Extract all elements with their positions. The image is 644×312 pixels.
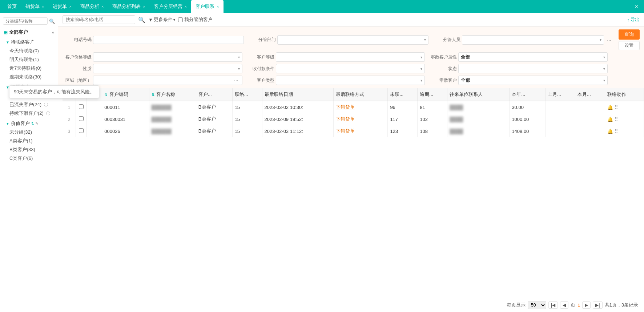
- region-select[interactable]: ···: [93, 76, 242, 85]
- prev-page-button[interactable]: ◀: [560, 301, 568, 309]
- nav-tab-customer-tier[interactable]: 客户分层经营 ×: [150, 0, 191, 13]
- collapse-icon[interactable]: «: [52, 30, 54, 35]
- col-last-date-label: 最后联络日期: [265, 92, 293, 97]
- info-icon-2: ⓘ: [46, 111, 50, 116]
- filter-field-gender: 性质 ▾: [63, 64, 242, 73]
- last-way-link[interactable]: 下销货单: [336, 116, 355, 122]
- sidebar-item-lost[interactable]: 已流失客户(24) ⓘ: [0, 100, 58, 109]
- row-checkbox[interactable]: [79, 116, 84, 121]
- last-way-link[interactable]: 下销货单: [336, 104, 355, 110]
- payment-select[interactable]: ▾: [276, 64, 425, 73]
- sidebar-item-week[interactable]: 近7天待联络(0): [0, 64, 58, 73]
- sidebar-group-value-title[interactable]: ▼ 价值客户 ↻ ✎: [0, 119, 58, 128]
- col-last-way: 最后联络方式: [333, 88, 388, 101]
- sidebar-item-overdue[interactable]: 逾期未联络(30): [0, 73, 58, 81]
- nav-tab-purchase-label: 进货单: [53, 3, 67, 10]
- sidebar-search-icon[interactable]: 🔍: [49, 19, 55, 24]
- settings-button[interactable]: 设置: [619, 41, 640, 50]
- my-customers-check[interactable]: [178, 17, 183, 22]
- contact-icon[interactable]: 🔔: [607, 117, 613, 122]
- nav-tab-customer-tier-close[interactable]: ×: [185, 4, 187, 9]
- nav-tab-analysis-close[interactable]: ×: [101, 4, 104, 9]
- cell-check[interactable]: [76, 101, 86, 113]
- sort-icon-code: ⇅: [104, 93, 107, 97]
- sidebar-root[interactable]: ⊞ 全部客户 «: [0, 28, 58, 37]
- sidebar-item-b-class[interactable]: B类客户(33): [0, 145, 58, 154]
- more-dots-region[interactable]: ···: [233, 77, 240, 83]
- cell-last-month: [546, 101, 575, 113]
- nav-tab-customer-tier-label: 客户分层经营: [154, 3, 182, 10]
- sidebar-item-tomorrow[interactable]: 明天待联络(1): [0, 55, 58, 64]
- sidebar-item-ungrouped[interactable]: 未分组(32): [0, 128, 58, 137]
- status-select[interactable]: ▾: [458, 64, 608, 73]
- cell-contact: 15: [232, 125, 262, 137]
- col-code[interactable]: ⇅ 客户编码: [102, 88, 149, 101]
- query-button[interactable]: 查询: [619, 29, 640, 40]
- customer-type-select[interactable]: ▾: [276, 76, 425, 85]
- filter-search-icon[interactable]: 🔍: [138, 16, 145, 23]
- customer-level-select[interactable]: ▾: [276, 52, 425, 62]
- more-action-icon[interactable]: ⠿: [615, 129, 618, 134]
- filter-row-3: 性质 ▾ 收付款条件 ▾ 状态: [63, 64, 640, 73]
- gender-select[interactable]: ▾: [93, 64, 242, 73]
- first-page-button[interactable]: |◀: [548, 301, 558, 309]
- zero-customer-select[interactable]: 全部 ▾: [458, 76, 608, 85]
- nav-tab-purchase[interactable]: 进货单 ×: [48, 0, 76, 13]
- col-this-year: 本年...: [510, 88, 546, 101]
- next-page-button[interactable]: ▶: [582, 301, 591, 309]
- nav-tab-customer-contact[interactable]: 客户联系 ×: [191, 0, 223, 13]
- refresh-icon[interactable]: ↻: [31, 121, 35, 126]
- nav-tab-analysis-list[interactable]: 商品分析列表 ×: [108, 0, 149, 13]
- cell-overdue: 108: [418, 125, 447, 137]
- payment-label: 收付款条件: [245, 66, 274, 72]
- nav-tab-purchase-close[interactable]: ×: [69, 4, 71, 9]
- zero-attr-select[interactable]: 全部 ▾: [458, 52, 608, 62]
- cell-type: B类客户: [196, 125, 232, 137]
- nav-tab-customer-contact-close[interactable]: ×: [217, 4, 219, 9]
- sidebar-item-a-class[interactable]: A类客户(1): [0, 137, 58, 145]
- manager-select[interactable]: ▾: [462, 35, 604, 45]
- sidebar-group-pending-label: 待联络客户: [11, 39, 35, 45]
- row-checkbox[interactable]: [79, 128, 84, 133]
- nav-tab-analysis-list-close[interactable]: ×: [143, 4, 145, 9]
- cell-check[interactable]: [76, 113, 86, 125]
- chevron-down-icon-gender: ▾: [238, 67, 240, 71]
- more-action-icon[interactable]: ⠿: [615, 117, 618, 122]
- filter-icon: ▼: [148, 17, 153, 23]
- col-name[interactable]: ⇅ 客户名称: [149, 88, 196, 101]
- sidebar-item-c-class[interactable]: C类客户(6): [0, 154, 58, 163]
- nav-home[interactable]: 首页: [3, 3, 21, 10]
- cell-last-way: 下销货单: [333, 113, 388, 125]
- contact-icon[interactable]: 🔔: [607, 105, 613, 110]
- close-all-button[interactable]: ×: [632, 3, 641, 10]
- sidebar-item-today[interactable]: 今天待联络(0): [0, 46, 58, 55]
- more-dots-manager[interactable]: ···: [605, 37, 613, 43]
- cell-action: 🔔 ⠿: [605, 125, 644, 137]
- sidebar-group-pending-title[interactable]: ▼ 待联络客户: [0, 38, 58, 46]
- phone-input[interactable]: [93, 36, 244, 44]
- row-checkbox[interactable]: [79, 104, 84, 109]
- more-action-icon[interactable]: ⠿: [615, 105, 618, 110]
- nav-tab-sales[interactable]: 销货单 ×: [21, 0, 48, 13]
- last-way-link[interactable]: 下销货单: [336, 128, 355, 134]
- contact-icon[interactable]: 🔔: [607, 129, 613, 134]
- sidebar-item-declining[interactable]: 持续下滑客户(2) ⓘ: [0, 109, 58, 118]
- dept-select[interactable]: ▾: [277, 35, 428, 45]
- price-level-select[interactable]: ▾: [93, 52, 242, 62]
- edit-icon[interactable]: ✎: [35, 121, 39, 126]
- cell-check[interactable]: [76, 125, 86, 137]
- search-input[interactable]: [63, 15, 135, 24]
- col-last-month: 上月...: [546, 88, 575, 101]
- last-page-button[interactable]: ▶|: [593, 301, 602, 309]
- nav-tab-analysis[interactable]: 商品分析 ×: [76, 0, 108, 13]
- my-customers-checkbox[interactable]: 我分管的客户: [178, 16, 213, 23]
- export-button[interactable]: ↑ 导出: [627, 16, 640, 23]
- more-conditions-button[interactable]: ▼ 更多条件 ▾: [148, 16, 175, 23]
- col-name-label: 客户名称: [156, 92, 175, 97]
- sidebar-search-input[interactable]: [3, 17, 48, 25]
- per-page-select[interactable]: 50 20 100: [528, 301, 546, 309]
- tooltip-text: 90天未交易的客户，可能有流失风险。: [14, 89, 94, 94]
- filter-row-1: 电话号码 分管部门 ▾ 分管人员 ▾ ···: [63, 29, 640, 50]
- nav-tab-sales-close[interactable]: ×: [42, 4, 44, 9]
- grid-icon: ⊞: [4, 30, 8, 35]
